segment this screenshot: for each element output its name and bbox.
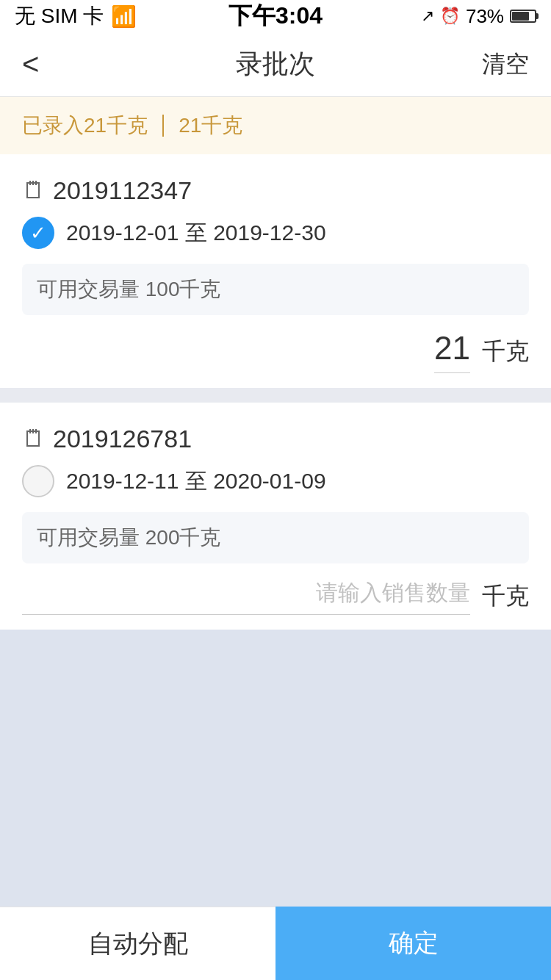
clear-button[interactable]: 清空	[482, 48, 529, 81]
auto-distribute-button[interactable]: 自动分配	[0, 907, 276, 980]
batch-1-available-qty: 可用交易量 100千克	[22, 264, 529, 315]
summary-recorded-label: 已录入21千克	[22, 112, 148, 140]
batch-2-id: 2019126781	[53, 425, 192, 453]
battery-icon	[510, 10, 536, 23]
bottom-bar: 自动分配 确定	[0, 907, 551, 980]
batch-2-date-row: 2019-12-11 至 2020-01-09	[22, 465, 529, 497]
status-left: 无 SIM 卡 📶	[15, 2, 137, 30]
batch-1-qty-unit: 千克	[482, 336, 529, 368]
batch-2-header: 🗒 2019126781	[22, 425, 529, 453]
batch-1-radio[interactable]	[22, 217, 54, 249]
batch-2-icon: 🗒	[22, 425, 46, 453]
confirm-button[interactable]: 确定	[276, 907, 551, 980]
location-icon: ↗	[421, 7, 434, 26]
batch-2-input-placeholder: 请输入销售数量	[316, 578, 470, 608]
back-button[interactable]: <	[22, 48, 66, 81]
batch-1-date-row: 2019-12-01 至 2019-12-30	[22, 217, 529, 249]
batch-1-icon: 🗒	[22, 177, 46, 204]
status-bar: 无 SIM 卡 📶 下午3:04 ↗ ⏰ 73%	[0, 0, 551, 32]
alarm-icon: ⏰	[440, 7, 460, 26]
batch-card-1: 🗒 2019112347 2019-12-01 至 2019-12-30 可用交…	[0, 154, 551, 315]
batch-2-radio[interactable]	[22, 465, 54, 497]
batch-1-date-range: 2019-12-01 至 2019-12-30	[66, 218, 326, 248]
nav-bar: < 录批次 清空	[0, 32, 551, 97]
battery-label: 73%	[466, 5, 504, 28]
batch-2-input-row[interactable]: 请输入销售数量 千克	[0, 563, 551, 630]
batch-1-header: 🗒 2019112347	[22, 176, 529, 205]
batch-2-input-unit: 千克	[482, 580, 529, 613]
batch-2-date-range: 2019-12-11 至 2020-01-09	[66, 466, 326, 497]
summary-divider	[162, 115, 164, 137]
batch-2-available-qty: 可用交易量 200千克	[22, 512, 529, 563]
wifi-icon: 📶	[111, 4, 137, 29]
status-right: ↗ ⏰ 73%	[421, 5, 536, 28]
batch-card-2: 🗒 2019126781 2019-12-11 至 2020-01-09 可用交…	[0, 403, 551, 563]
status-time: 下午3:04	[228, 0, 323, 32]
batch-1-qty-row: 21 千克	[0, 315, 551, 388]
batch-1-id: 2019112347	[53, 176, 192, 205]
summary-value: 21千克	[179, 112, 242, 140]
carrier-label: 无 SIM 卡	[15, 2, 104, 30]
page-title: 录批次	[236, 46, 315, 82]
batch-1-qty-value: 21	[434, 330, 470, 367]
card-divider	[0, 388, 551, 403]
summary-bar: 已录入21千克 21千克	[0, 97, 551, 154]
